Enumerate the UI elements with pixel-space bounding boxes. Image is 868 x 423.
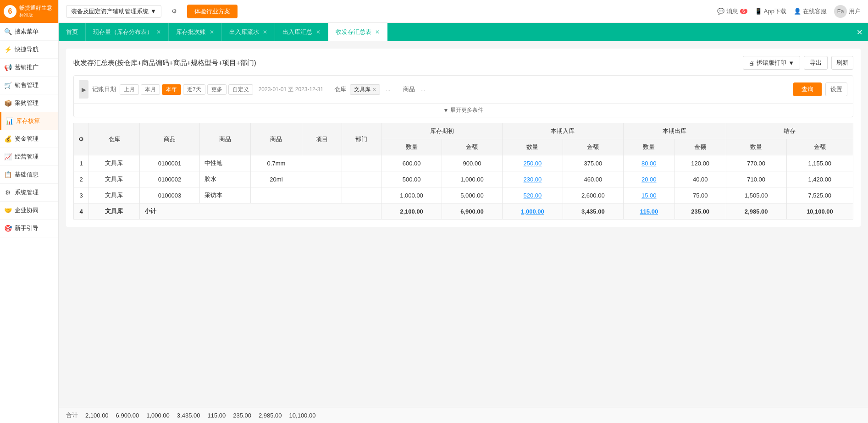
sidebar-item-sales[interactable]: 🛒 销售管理: [0, 77, 58, 94]
cell-in-qty[interactable]: 1,000.00: [502, 203, 563, 220]
cell-out-qty[interactable]: 20.00: [623, 171, 674, 187]
footer-bar: 合计 2,100.00 6,900.00 1,000.00 3,435.00 1…: [59, 407, 868, 423]
sidebar: 6 畅捷通好生意 标准版 🔍 搜索菜单 ⚡ 快捷导航 📢 营销推广 🛒 销售管理…: [0, 0, 59, 423]
tab-close-icon[interactable]: ✕: [156, 29, 161, 35]
online-service-btn[interactable]: 👤 在线客服: [794, 7, 827, 16]
cell-close-amt: 1,420.00: [786, 171, 853, 187]
cell-in-qty[interactable]: 230.00: [502, 171, 563, 187]
sidebar-item-enterprise[interactable]: 🤝 企业协同: [0, 202, 58, 220]
th-in-qty: 数量: [502, 139, 563, 155]
refresh-button[interactable]: 刷新: [831, 56, 853, 70]
sidebar-item-quick-nav[interactable]: ⚡ 快捷导航: [0, 41, 58, 59]
query-button[interactable]: 查询: [793, 82, 822, 96]
settings-icon-btn[interactable]: ⚙: [167, 4, 182, 19]
tab-inventory-dist[interactable]: 现存量（库存分布表） ✕: [86, 23, 169, 41]
sidebar-item-guide[interactable]: 🎯 新手引导: [0, 220, 58, 237]
th-department: 部门: [342, 123, 381, 155]
filter-collapse-btn[interactable]: ▶: [79, 80, 88, 99]
cell-warehouse: 文具库: [89, 187, 140, 203]
footer-in-qty: 1,000.00: [146, 412, 170, 419]
sidebar-item-label: 经营管理: [15, 153, 39, 161]
app-name: 畅捷通好生意 标准版: [19, 5, 52, 18]
user-menu-btn[interactable]: Ea 用户: [834, 5, 861, 18]
date-btn-this-year[interactable]: 本年: [162, 84, 181, 95]
footer-open-qty: 2,100.00: [85, 412, 109, 419]
sidebar-item-basic-info[interactable]: 📋 基础信息: [0, 166, 58, 184]
cell-spec: 20ml: [251, 171, 302, 187]
th-in-group: 本期入库: [502, 123, 623, 139]
cell-out-amt: 120.00: [674, 155, 726, 171]
sidebar-item-label: 营销推广: [15, 63, 39, 71]
cell-in-qty[interactable]: 250.00: [502, 155, 563, 171]
cell-dept: [342, 187, 381, 203]
tab-home[interactable]: 首页: [59, 23, 86, 41]
th-opening-qty: 数量: [381, 139, 442, 155]
tab-close-icon[interactable]: ✕: [375, 29, 380, 35]
sidebar-item-purchase[interactable]: 📦 采购管理: [0, 94, 58, 112]
tab-inout-flow[interactable]: 出入库流水 ✕: [222, 23, 275, 41]
th-goods-code: 商品: [139, 123, 200, 155]
th-project: 项目: [302, 123, 342, 155]
tab-inout-summary[interactable]: 出入库汇总 ✕: [275, 23, 328, 41]
date-btn-last-month[interactable]: 上月: [120, 84, 139, 95]
sidebar-item-label: 快捷导航: [15, 45, 39, 54]
system-selector[interactable]: 装备及固定资产辅助管理系统 ▼: [66, 5, 161, 18]
gear-icon[interactable]: ⚙: [78, 136, 84, 143]
sidebar-header: 6 畅捷通好生意 标准版: [0, 0, 58, 23]
sidebar-item-search-menu[interactable]: 🔍 搜索菜单: [0, 23, 58, 41]
tab-close-icon[interactable]: ✕: [263, 29, 267, 35]
sidebar-item-system[interactable]: ⚙ 系统管理: [0, 184, 58, 202]
print-icon: 🖨: [749, 60, 755, 66]
cell-name: 采访本: [200, 187, 251, 203]
cell-in-amt: 2,600.00: [563, 187, 623, 203]
sidebar-item-label: 销售管理: [15, 81, 39, 89]
data-table: ⚙ 仓库 商品 商品 商品 项目 部门 库存期初 本期入库 本期出库 结存: [73, 123, 853, 220]
cell-in-qty[interactable]: 520.00: [502, 187, 563, 203]
expand-more-btn[interactable]: ▼ 展开更多条件: [74, 103, 853, 117]
sidebar-item-marketing[interactable]: 📢 营销推广: [0, 59, 58, 77]
messages-btn[interactable]: 💬 消息 6: [717, 7, 747, 16]
handshake-icon: 🤝: [4, 206, 12, 214]
th-out-amount: 金额: [674, 139, 726, 155]
goods-more-btn[interactable]: ...: [419, 85, 427, 93]
cell-out-qty[interactable]: 80.00: [623, 155, 674, 171]
cell-out-qty[interactable]: 115.00: [623, 203, 674, 220]
warehouse-tag-close-icon[interactable]: ×: [372, 86, 376, 93]
tab-close-icon[interactable]: ✕: [210, 29, 214, 35]
tab-receive-summary[interactable]: 收发存汇总表 ✕: [328, 23, 387, 41]
cell-open-amt: 1,000.00: [442, 171, 503, 187]
table-row: 1 文具库 0100001 中性笔 0.7mm 600.00 900.00 25…: [74, 155, 853, 171]
date-btn-custom[interactable]: 自定义: [228, 84, 253, 95]
tab-close-icon[interactable]: ✕: [316, 29, 321, 35]
cell-name: 中性笔: [200, 155, 251, 171]
app-download-btn[interactable]: 📱 App下载: [755, 7, 786, 16]
target-icon: 🎯: [4, 224, 12, 232]
sidebar-item-label: 企业协同: [15, 206, 39, 214]
export-button[interactable]: 导出: [804, 56, 828, 70]
cell-project: [302, 155, 342, 171]
page-title-area: 收发存汇总表(按仓库+商品编码+商品+规格型号+项目+部门): [73, 59, 739, 67]
date-btn-this-month[interactable]: 本月: [141, 84, 160, 95]
footer-out-amt: 235.00: [233, 412, 251, 419]
sidebar-item-inventory[interactable]: 📊 库存核算: [0, 112, 58, 130]
warehouse-more-btn[interactable]: ...: [384, 85, 392, 93]
cell-out-amt: 40.00: [674, 171, 726, 187]
date-btn-7days[interactable]: 近7天: [183, 84, 205, 95]
phone-icon: 📱: [755, 8, 762, 15]
print-button[interactable]: 🖨 拆镶版打印 ▼: [743, 56, 800, 70]
cell-in-amt: 375.00: [563, 155, 623, 171]
sidebar-item-operation[interactable]: 📈 经营管理: [0, 148, 58, 166]
tabbar-close-button[interactable]: ✕: [851, 28, 868, 37]
user-avatar: Ea: [834, 5, 847, 18]
column-settings-button[interactable]: 设置: [825, 82, 847, 96]
sidebar-item-label: 基础信息: [15, 170, 39, 179]
warehouse-label: 仓库: [334, 85, 346, 93]
sidebar-item-finance[interactable]: 💰 资金管理: [0, 130, 58, 148]
cell-code: 0100002: [139, 171, 200, 187]
topbar: 装备及固定资产辅助管理系统 ▼ ⚙ 体验行业方案 💬 消息 6 📱 App下载 …: [59, 0, 868, 23]
tab-batch[interactable]: 库存批次账 ✕: [169, 23, 222, 41]
cell-out-qty[interactable]: 15.00: [623, 187, 674, 203]
date-btn-more[interactable]: 更多: [207, 84, 227, 95]
trial-button[interactable]: 体验行业方案: [187, 5, 238, 18]
header-actions-row: 收发存汇总表(按仓库+商品编码+商品+规格型号+项目+部门) 🖨 拆镶版打印 ▼…: [73, 56, 853, 70]
